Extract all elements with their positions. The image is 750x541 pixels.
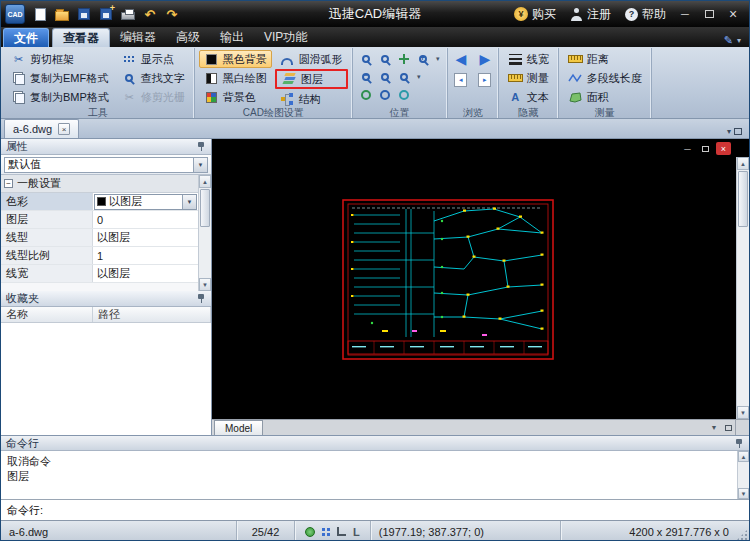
black-white-drawing-button[interactable]: 黑白绘图 [199,69,272,87]
tab-file[interactable]: 文件 [3,28,49,47]
model-tab[interactable]: Model [214,420,263,435]
scroll-down-icon[interactable]: ▼ [737,406,749,419]
zoom-window-button[interactable] [357,50,375,67]
zoom-dynamic-button[interactable] [376,50,394,67]
copy-bmp-button[interactable]: 复制为BMP格式 [6,88,114,106]
zoom-in-button[interactable] [414,50,432,67]
tab-window-icon[interactable] [734,128,742,135]
scroll-up-icon[interactable]: ▲ [738,451,749,462]
first-page-button[interactable]: ◂ [452,71,470,88]
zoom-options-dropdown[interactable]: ▾ [414,73,424,81]
scroll-down-icon[interactable]: ▼ [738,488,749,499]
chevron-down-icon[interactable]: ▼ [182,195,196,209]
favorites-col-path[interactable]: 路径 [93,307,211,322]
ribbon-options-dropdown[interactable]: ▾ [737,36,741,45]
distance-button[interactable]: 距离 [563,50,647,68]
property-row-color[interactable]: 色彩 以图层 ▼ [1,193,198,211]
polyline-length-button[interactable]: 多段线长度 [563,69,647,87]
scroll-up-icon[interactable]: ▲ [199,175,211,188]
property-row-linetype[interactable]: 线型 以图层 [1,229,198,247]
trim-raster-button[interactable]: ✂ 修剪光栅 [117,88,190,106]
pan-button[interactable] [395,50,413,67]
canvas-vertical-scrollbar[interactable]: ▲ ▼ [736,157,749,419]
drawing-canvas[interactable]: ─ × [212,139,749,435]
save-as-button[interactable] [95,3,117,25]
pin-icon[interactable] [196,141,206,152]
command-scrollbar[interactable]: ▲ ▼ [737,451,749,499]
tab-editor[interactable]: 编辑器 [110,28,166,47]
color-combo[interactable]: 以图层 ▼ [94,194,197,210]
background-color-button[interactable]: 背景色 [199,88,272,106]
pin-icon[interactable] [196,293,206,304]
black-background-button[interactable]: 黑色背景 [199,50,272,68]
buy-button[interactable]: ¥ 购买 [507,6,563,23]
properties-scrollbar[interactable]: ▲ ▼ [198,175,211,291]
show-point-button[interactable]: 显示点 [117,50,190,68]
zoom-dropdown[interactable]: ▾ [433,55,443,63]
pin-icon[interactable] [734,438,744,449]
status-grid-icon[interactable] [322,528,325,531]
chevron-down-icon[interactable]: ▼ [193,158,207,172]
property-value[interactable]: 以图层 [93,229,198,246]
status-snap-icon[interactable] [305,527,315,537]
property-row-linetype-scale[interactable]: 线型比例 1 [1,247,198,265]
find-text-button[interactable]: 查找文字 [117,69,190,87]
layer-button[interactable]: 图层 [277,71,328,87]
measure-toggle-button[interactable]: 测量 [503,69,554,87]
last-page-button[interactable]: ▸ [476,71,494,88]
free-orbit-button[interactable] [376,86,394,103]
new-file-button[interactable] [29,3,51,25]
next-view-button[interactable]: ▶ [476,50,494,67]
property-value[interactable]: 以图层 [93,265,198,282]
child-restore-button[interactable] [698,142,713,155]
document-tab-active[interactable]: a-6.dwg × [4,119,79,138]
status-lineweight-icon[interactable]: L [353,526,360,538]
command-history[interactable]: 取消命令 图层 [1,451,749,499]
property-value[interactable]: 1 [93,247,198,264]
redo-button[interactable]: ↷ [161,3,183,25]
scrollbar-thumb[interactable] [200,189,210,227]
tab-vip[interactable]: VIP功能 [254,28,317,47]
copy-emf-button[interactable]: 复制为EMF格式 [6,69,114,87]
cut-frame-button[interactable]: ✂ 剪切框架 [6,50,114,68]
tab-output[interactable]: 输出 [210,28,254,47]
text-toggle-button[interactable]: A 文本 [503,88,554,106]
register-button[interactable]: 注册 [563,6,618,23]
close-button[interactable]: × [721,5,745,24]
layout-dropdown-icon[interactable]: ▼ [707,421,721,435]
orbit-button[interactable] [357,86,375,103]
scrollbar-thumb[interactable] [738,171,748,227]
close-document-icon[interactable]: × [58,123,70,135]
save-button[interactable] [73,3,95,25]
status-ortho-icon[interactable] [337,527,346,536]
previous-view-button[interactable]: ◀ [452,50,470,67]
collapse-icon[interactable]: − [4,179,13,188]
lineweight-toggle-button[interactable]: 线宽 [503,50,554,68]
customize-pencil-icon[interactable]: ✎ [724,34,733,47]
zoom-extents-button[interactable] [376,68,394,85]
command-input[interactable] [47,502,743,518]
smooth-arc-button[interactable]: 圆滑弧形 [275,50,348,68]
favorites-col-name[interactable]: 名称 [1,307,93,322]
tab-viewer[interactable]: 查看器 [52,28,110,47]
scroll-down-icon[interactable]: ▼ [199,278,211,291]
maximize-button[interactable] [697,5,721,24]
minimize-button[interactable]: ─ [673,5,697,24]
print-button[interactable] [117,3,139,25]
continuous-orbit-button[interactable] [395,86,413,103]
canvas-options-icon[interactable] [721,421,735,435]
scroll-up-icon[interactable]: ▲ [737,157,749,170]
help-button[interactable]: ? 帮助 [618,6,673,23]
property-row-layer[interactable]: 图层 0 [1,211,198,229]
tab-advanced[interactable]: 高级 [166,28,210,47]
child-close-button[interactable]: × [716,142,731,155]
preset-combo[interactable]: 默认值 ▼ [4,157,208,173]
area-button[interactable]: 面积 [563,88,647,106]
tab-list-dropdown[interactable]: ▾ [727,127,731,136]
child-minimize-button[interactable]: ─ [680,142,695,155]
property-row-lineweight[interactable]: 线宽 以图层 [1,265,198,283]
property-value[interactable]: 0 [93,211,198,228]
favorites-list[interactable] [1,323,211,435]
zoom-previous-button[interactable] [395,68,413,85]
zoom-out-button[interactable] [357,68,375,85]
